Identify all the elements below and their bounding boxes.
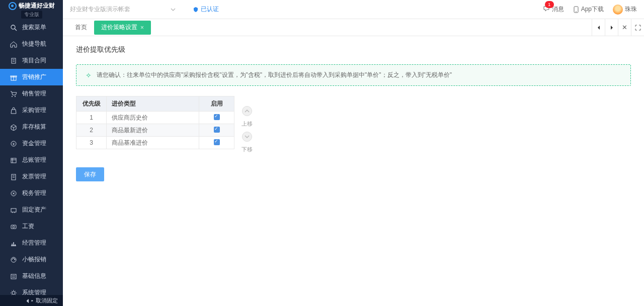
alert-text: 请您确认：往来单位中的供应商"采购报价含税"设置，为"含税"，取到进价后将自动带…	[97, 71, 452, 79]
sidebar-item-money[interactable]: ¥资金管理	[0, 135, 63, 152]
col-enable: 启用	[199, 96, 234, 112]
app-download-label: App下载	[581, 5, 604, 14]
invoice-icon	[10, 173, 17, 180]
search-icon	[10, 24, 17, 31]
sidebar-item-biz[interactable]: 经营管理	[0, 235, 63, 251]
tabbar: 首页进价策略设置× ✕	[63, 19, 644, 36]
reimburse-icon	[10, 256, 17, 263]
sidebar-item-ledger[interactable]: 总账管理	[0, 152, 63, 168]
tab-next-button[interactable]	[605, 19, 618, 36]
tab-label: 首页	[75, 23, 87, 32]
save-button[interactable]: 保存	[76, 167, 104, 181]
cell-priority: 3	[76, 137, 107, 149]
table-area: 优先级 进价类型 启用 1供应商历史价2商品最新进价3商品基准进价 上移 下移	[76, 96, 631, 153]
chevron-up-icon	[245, 109, 250, 113]
table-row[interactable]: 1供应商历史价	[76, 112, 234, 124]
fullscreen-button[interactable]	[631, 19, 644, 36]
enable-checkbox[interactable]	[214, 127, 220, 133]
home-icon	[10, 41, 17, 48]
tab-0[interactable]: 首页	[68, 21, 94, 35]
svg-point-30	[576, 11, 577, 12]
move-down-button[interactable]	[242, 132, 252, 142]
sidebar-item-doc[interactable]: 项目合同	[0, 52, 63, 69]
sidebar-item-home[interactable]: 快捷导航	[0, 36, 63, 52]
cell-enable	[199, 124, 234, 137]
verified-badge: 已认证	[193, 5, 219, 14]
sidebar-nav: 搜索菜单快捷导航项目合同营销推广销售管理采购管理库存核算¥资金管理总账管理发票管…	[0, 19, 63, 295]
sidebar: 畅捷通好业财 专业版 搜索菜单快捷导航项目合同营销推广销售管理采购管理库存核算¥…	[0, 0, 63, 306]
sidebar-item-box[interactable]: 库存核算	[0, 119, 63, 135]
sidebar-header: 畅捷通好业财 专业版	[0, 0, 63, 19]
sidebar-item-label: 搜索菜单	[22, 23, 46, 32]
chevron-down-icon	[171, 7, 176, 12]
gift-icon	[10, 74, 17, 81]
svg-point-28	[12, 291, 15, 294]
sidebar-item-label: 采购管理	[22, 106, 46, 115]
sidebar-item-info[interactable]: 基础信息	[0, 268, 63, 284]
sidebar-item-salary[interactable]: 工资	[0, 218, 63, 235]
sidebar-item-search[interactable]: 搜索菜单	[0, 19, 63, 36]
topbar-left: 好业财专业版演示帐套 已认证	[70, 5, 219, 14]
sidebar-item-label: 基础信息	[22, 272, 46, 280]
messages-button[interactable]: 消息	[543, 5, 564, 14]
sidebar-item-gift[interactable]: 营销推广	[0, 69, 63, 85]
cell-type: 商品基准进价	[107, 137, 199, 149]
account-name: 好业财专业版演示帐套	[70, 5, 130, 14]
sidebar-item-label: 项目合同	[22, 56, 46, 65]
move-up-label: 上移	[242, 120, 253, 128]
doc-icon	[10, 57, 17, 64]
user-menu[interactable]: 珠珠	[613, 5, 637, 15]
page-title: 进价提取优先级	[76, 45, 631, 54]
tab-close-all-button[interactable]: ✕	[618, 19, 631, 36]
chat-icon	[543, 5, 550, 14]
caret-right-icon	[610, 25, 614, 30]
box-icon	[10, 124, 17, 131]
sidebar-item-label: 总账管理	[22, 156, 46, 164]
account-select[interactable]: 好业财专业版演示帐套	[70, 5, 176, 14]
tabbar-tabs: 首页进价策略设置×	[63, 19, 592, 36]
fullscreen-icon	[635, 25, 641, 31]
table-row[interactable]: 3商品基准进价	[76, 137, 234, 149]
sidebar-item-tax[interactable]: 税务管理	[0, 185, 63, 201]
cart-icon	[10, 90, 17, 97]
brand-edition: 专业版	[21, 11, 42, 19]
tab-1[interactable]: 进价策略设置×	[94, 21, 151, 35]
cell-enable	[199, 112, 234, 124]
sidebar-item-invoice[interactable]: 发票管理	[0, 168, 63, 185]
move-down-label: 下移	[242, 146, 253, 153]
avatar	[613, 5, 623, 15]
brand-logo-icon	[9, 2, 17, 10]
enable-checkbox[interactable]	[214, 114, 220, 120]
tab-label: 进价策略设置	[101, 23, 137, 32]
user-name: 珠珠	[625, 5, 637, 14]
sidebar-pin-label: 取消固定	[36, 297, 58, 304]
sidebar-item-label: 系统管理	[22, 288, 46, 295]
app-download-button[interactable]: App下载	[573, 5, 604, 14]
sidebar-item-label: 税务管理	[22, 189, 46, 197]
cell-type: 供应商历史价	[107, 112, 199, 124]
close-icon[interactable]: ×	[140, 24, 144, 31]
svg-rect-12	[11, 158, 16, 163]
enable-checkbox[interactable]	[214, 139, 220, 145]
sidebar-item-label: 销售管理	[22, 89, 46, 98]
pin-icon: ⏴▸	[25, 297, 34, 303]
sidebar-item-cart[interactable]: 销售管理	[0, 85, 63, 102]
sidebar-item-bag[interactable]: 采购管理	[0, 102, 63, 119]
content: 进价提取优先级 ✧ 请您确认：往来单位中的供应商"采购报价含税"设置，为"含税"…	[63, 36, 644, 306]
tax-icon	[10, 190, 17, 197]
money-icon: ¥	[10, 140, 17, 147]
salary-icon	[10, 223, 17, 230]
priority-table: 优先级 进价类型 启用 1供应商历史价2商品最新进价3商品基准进价	[76, 96, 234, 149]
messages-label: 消息	[552, 5, 564, 14]
sidebar-item-label: 工资	[22, 222, 34, 231]
sidebar-item-asset[interactable]: 固定资产	[0, 201, 63, 218]
tab-prev-button[interactable]	[592, 19, 605, 36]
topbar-right: 消息 App下载 珠珠	[543, 5, 637, 15]
sidebar-item-label: 库存核算	[22, 123, 46, 131]
sidebar-item-reimburse[interactable]: 小畅报销	[0, 251, 63, 268]
table-row[interactable]: 2商品最新进价	[76, 124, 234, 137]
sidebar-item-system[interactable]: 系统管理	[0, 284, 63, 295]
sidebar-pin-toggle[interactable]: ⏴▸ 取消固定	[0, 295, 63, 306]
svg-text:¥: ¥	[13, 142, 15, 146]
move-up-button[interactable]	[242, 106, 252, 116]
